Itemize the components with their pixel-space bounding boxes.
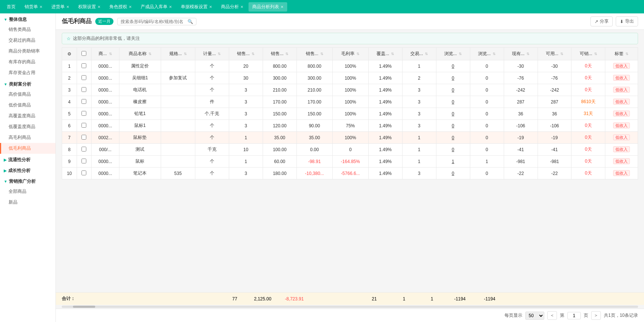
cell-browse1[interactable]: 0 (436, 96, 470, 108)
nav-sales[interactable]: 销货单 ✕ (21, 2, 46, 12)
nav-template-close[interactable]: ✕ (209, 5, 212, 9)
per-page-select[interactable]: 50 100 (525, 312, 544, 320)
cell-browse1[interactable]: 0 (436, 84, 470, 96)
sidebar-item-high-value[interactable]: 高价值商品 (0, 89, 55, 100)
sidebar-item-inventory-funds[interactable]: 库存资金占用 (0, 67, 55, 78)
cell-browse1[interactable]: 0 (436, 144, 470, 156)
cell-browse1[interactable]: 0 (436, 60, 470, 72)
cell-name: 属性定价 (119, 60, 161, 72)
col-coverage[interactable]: 覆盖... ⇅ (368, 48, 402, 60)
cell-browse2: 1 (470, 156, 504, 168)
sidebar-section-overall[interactable]: ▼ 整体信息 (0, 13, 55, 24)
cell-unit: 个 (195, 120, 229, 132)
col-name[interactable]: 商品名称 ⇅ (119, 48, 161, 60)
cell-spec (161, 108, 195, 120)
search-input[interactable] (121, 19, 188, 24)
nav-analysis-list-close[interactable]: ✕ (281, 5, 283, 9)
nav-product-analysis-close[interactable]: ✕ (240, 5, 243, 9)
cell-browse1[interactable]: 0 (436, 120, 470, 132)
nav-analysis-list[interactable]: 商品分析列表 ✕ (249, 2, 287, 12)
cell-checkbox[interactable] (77, 84, 91, 96)
col-browse2[interactable]: 浏览... ⇅ (470, 48, 504, 60)
select-all-checkbox[interactable] (81, 51, 86, 56)
col-browse1[interactable]: 浏览... ⇅ (436, 48, 470, 60)
cell-saleable: 0天 (571, 156, 605, 168)
cell-checkbox[interactable] (77, 132, 91, 144)
cell-checkbox[interactable] (77, 156, 91, 168)
next-page-button[interactable]: ＞ (591, 311, 601, 320)
cell-browse1[interactable]: 1 (436, 156, 470, 168)
nav-purchase-close[interactable]: ✕ (66, 5, 69, 9)
col-saleable[interactable]: 可销... ⇅ (571, 48, 605, 60)
page-input[interactable] (567, 312, 581, 319)
nav-role-auth-close[interactable]: ✕ (129, 5, 132, 9)
sidebar-item-high-coverage[interactable]: 高覆盖度商品 (0, 111, 55, 121)
col-sale-amount[interactable]: 销售... ⇅ (297, 48, 332, 60)
cell-sale-price: 100.00 (263, 144, 297, 156)
prev-page-button[interactable]: ＜ (547, 311, 557, 320)
sidebar-item-all-goods[interactable]: 全部商品 (0, 186, 55, 197)
sidebar-item-high-margin[interactable]: 高毛利商品 (0, 132, 55, 143)
horizontal-scrollbar[interactable] (56, 305, 644, 309)
col-current[interactable]: 现有... ⇅ (504, 48, 538, 60)
cell-sale-amount: 150.00 (297, 108, 332, 120)
cell-saleable: 0天 (571, 168, 605, 179)
col-settings[interactable]: ⚙ (62, 48, 77, 60)
col-transaction[interactable]: 交易... ⇅ (402, 48, 436, 60)
col-unit[interactable]: 计量... ⇅ (195, 48, 229, 60)
cell-browse1[interactable]: 0 (436, 132, 470, 144)
sidebar-section-marketing[interactable]: ▼ 营销推广分析 (0, 175, 55, 186)
cell-spec (161, 96, 195, 108)
search-icon[interactable]: 🔍 (188, 19, 193, 24)
sidebar-item-traded-goods[interactable]: 交易过的商品 (0, 35, 55, 46)
info-icon: ☆ (67, 36, 71, 41)
col-sale-qty[interactable]: 销售... ⇅ (229, 48, 263, 60)
col-sale-price[interactable]: 销售... ⇅ (263, 48, 297, 60)
nav-product-entry[interactable]: 产成品入库单 ✕ (137, 2, 176, 12)
sidebar-section-growth[interactable]: ▶ 成长性分析 (0, 165, 55, 175)
nav-template-settings[interactable]: 单据模板设置 ✕ (177, 2, 216, 12)
col-checkbox[interactable] (77, 48, 91, 60)
nav-sales-close[interactable]: ✕ (39, 5, 42, 9)
cell-tag: 低收入 (605, 84, 638, 96)
cell-browse1[interactable]: 0 (436, 72, 470, 84)
cell-checkbox[interactable] (77, 72, 91, 84)
cell-checkbox[interactable] (77, 96, 91, 108)
cell-browse1[interactable]: 0 (436, 108, 470, 120)
sidebar-item-low-value[interactable]: 低价值商品 (0, 100, 55, 111)
sidebar-section-liquidity[interactable]: ▶ 流通性分析 (0, 154, 55, 165)
cell-browse1[interactable]: 0 (436, 168, 470, 179)
export-button[interactable]: ⬇ 导出 (616, 16, 638, 26)
col-tag[interactable]: 标签 ⇅ (605, 48, 638, 60)
col-code[interactable]: 商... ⇅ (91, 48, 119, 60)
cell-checkbox[interactable] (77, 144, 91, 156)
sidebar-item-sales-goods[interactable]: 销售类商品 (0, 24, 55, 35)
nav-permissions-close[interactable]: ✕ (97, 5, 100, 9)
scrollbar-thumb[interactable] (73, 306, 95, 308)
col-gross-margin[interactable]: 毛利率 ⇅ (332, 48, 368, 60)
cell-checkbox[interactable] (77, 60, 91, 72)
cell-tag: 低收入 (605, 72, 638, 84)
nav-purchase[interactable]: 进货单 ✕ (48, 2, 73, 12)
cell-checkbox[interactable] (77, 108, 91, 120)
cell-sale-qty: 20 (229, 60, 263, 72)
date-badge[interactable]: 近一月 (95, 18, 113, 25)
cell-sale-price: 300.00 (263, 72, 297, 84)
sidebar-section-wealth[interactable]: ▼ 类财富分析 (0, 78, 55, 89)
sidebar-item-in-stock[interactable]: 有库存的商品 (0, 57, 55, 67)
col-available[interactable]: 可用... ⇅ (538, 48, 571, 60)
nav-home[interactable]: 首页 (3, 2, 19, 12)
sidebar-item-category-rate[interactable]: 商品分类助销率 (0, 46, 55, 57)
nav-product-entry-close[interactable]: ✕ (169, 5, 172, 9)
cell-checkbox[interactable] (77, 168, 91, 179)
nav-permissions[interactable]: 权限设置 ✕ (74, 2, 104, 12)
share-button[interactable]: ↗ 分享 (590, 16, 613, 26)
sidebar-item-low-margin[interactable]: 低毛利商品 (0, 143, 55, 154)
col-spec[interactable]: 规格... ⇅ (161, 48, 195, 60)
cell-checkbox[interactable] (77, 120, 91, 132)
cell-transaction: 1 (402, 156, 436, 168)
nav-role-auth[interactable]: 角色授权 ✕ (106, 2, 135, 12)
sidebar-item-new-goods[interactable]: 新品 (0, 197, 55, 208)
sidebar-item-low-coverage[interactable]: 低覆盖度商品 (0, 121, 55, 132)
nav-product-analysis[interactable]: 商品分析 ✕ (217, 2, 247, 12)
